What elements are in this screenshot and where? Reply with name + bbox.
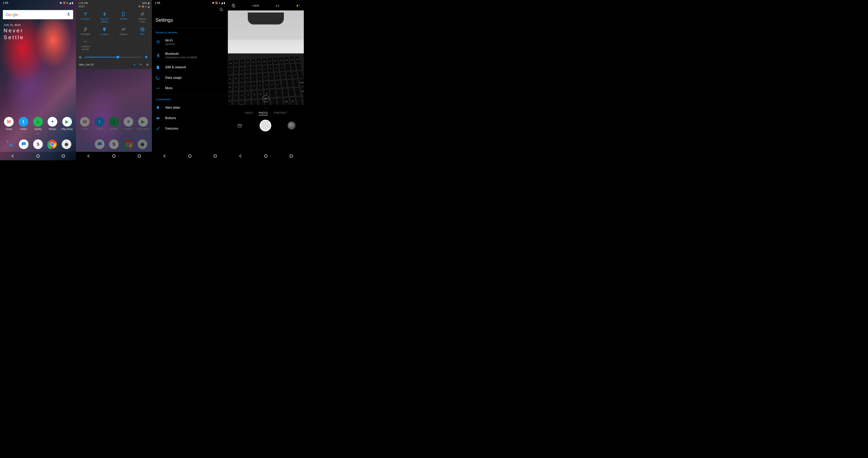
app-label: Spotify — [110, 128, 118, 131]
svg-rect-7 — [62, 155, 64, 157]
nav-home[interactable] — [112, 154, 116, 158]
vf-key: G — [251, 81, 257, 90]
svg-rect-24 — [138, 155, 141, 157]
settings-row-data-usage[interactable]: Data usage — [152, 72, 228, 83]
svg-point-27 — [158, 43, 158, 44]
camera-viewfinder[interactable]: PSF1F2F3F4F5F6F7F8F9F10F11F121234567890-… — [228, 10, 304, 105]
svg-point-41 — [265, 155, 267, 158]
mode-video[interactable]: VIDEO — [245, 111, 253, 115]
qs-tile-flash[interactable]: Flashlight — [76, 27, 95, 36]
svg-line-18 — [122, 28, 125, 31]
nav-back[interactable] — [162, 154, 166, 158]
nav-recent[interactable] — [213, 154, 217, 158]
mode-photo[interactable]: PHOTO — [259, 111, 268, 115]
nav-back[interactable] — [11, 154, 15, 158]
brightness-thumb[interactable] — [117, 56, 119, 59]
settings-row-wi-fi[interactable]: Wi-FiPymTech — [152, 36, 228, 49]
edit-icon[interactable]: ✎ — [140, 63, 142, 66]
camera-options-handle[interactable]: ︿ — [228, 105, 304, 110]
user-icon[interactable]: ● — [134, 63, 135, 66]
nav-recent[interactable] — [137, 154, 141, 158]
vf-key: F4 — [251, 59, 256, 66]
settings-row-buttons[interactable]: BButtons — [152, 113, 228, 123]
auto-brightness-icon[interactable]: ⬢A — [145, 55, 149, 59]
qs-footer: Mon, Jun 25 ● ✎ ⚙ — [76, 61, 152, 67]
qs-tile-location[interactable]: Location — [95, 27, 114, 36]
nav-recent[interactable] — [61, 154, 65, 158]
qs-tile-bt[interactable]: Gear S3(88D8) — [95, 12, 114, 23]
app-Twitter[interactable]: tTwitter — [17, 117, 30, 131]
app-messages[interactable] — [93, 139, 106, 149]
app-Gmail[interactable]: MGmail — [79, 117, 91, 131]
aspect-ratio-toggle[interactable]: 4:3 — [276, 4, 279, 7]
app-drawer-handle[interactable]: ︿ — [37, 132, 39, 135]
qs-tile-wifi[interactable]: PymTech — [76, 12, 95, 23]
section-customization: Customization — [152, 96, 228, 102]
qs-tile-nfc[interactable]: NFC — [133, 27, 152, 36]
vf-key: , — [270, 89, 276, 98]
nav-recent[interactable] — [289, 154, 293, 158]
app-Photos[interactable]: ✦Photos — [122, 117, 135, 131]
tile-label: Location — [100, 33, 109, 36]
app-Gmail[interactable]: MGmail — [3, 117, 15, 131]
switch-camera-button[interactable] — [236, 122, 243, 129]
qs-tile-hotspot[interactable]: Hotspot — [114, 27, 133, 36]
nav-home[interactable] — [264, 154, 268, 158]
vf-key: I — [269, 72, 275, 80]
app-slack[interactable]: S — [108, 139, 120, 149]
flash-toggle[interactable]: ⚡A — [296, 4, 300, 7]
qs-tile-dots[interactable]: LastPassAutofill — [76, 39, 95, 51]
bg-drawer-handle: ︿ — [113, 132, 115, 135]
settings-row-alert-slider[interactable]: Alert slider — [152, 102, 228, 113]
shutter-button[interactable] — [259, 120, 271, 131]
voice-search-icon[interactable] — [67, 12, 70, 17]
app-Play Store[interactable]: ▶Play Store — [137, 117, 149, 131]
qs-tile-portrait[interactable]: Portrait — [114, 12, 133, 23]
app-messages[interactable] — [18, 139, 30, 149]
row-title: Bluetooth — [165, 52, 197, 56]
vf-key: F1 — [234, 60, 239, 67]
app-camera[interactable]: ◉ — [60, 139, 73, 149]
svg-point-29 — [156, 88, 157, 89]
zoom-indicator[interactable]: 1× — [262, 95, 269, 102]
vf-key — [271, 98, 277, 105]
nav-back[interactable] — [87, 154, 91, 158]
nav-back[interactable] — [239, 154, 243, 158]
app-slack[interactable]: S — [32, 139, 44, 149]
home-screen: 1:55 ✱ 🔕 ▾ ◢ ▮ Google JUN 25, MON Never … — [0, 0, 76, 160]
vf-key: 0 — [279, 64, 285, 71]
app-phone[interactable] — [79, 139, 92, 149]
nav-home[interactable] — [188, 154, 192, 158]
qs-battery: 56% ▮ — [142, 2, 150, 5]
settings-row-more[interactable]: More — [152, 83, 228, 93]
app-Spotify[interactable]: ♪Spotify — [108, 117, 120, 131]
qs-time: 1:55 PM — [79, 2, 88, 5]
settings-search-icon[interactable] — [219, 8, 223, 12]
app-Photos[interactable]: ✦Photos — [46, 117, 59, 131]
google-search-bar[interactable]: Google — [3, 10, 73, 19]
app-chrome[interactable] — [122, 139, 134, 149]
settings-row-gestures[interactable]: Gestures — [152, 123, 228, 134]
app-Play Store[interactable]: ▶Play Store — [61, 117, 73, 131]
app-Twitter[interactable]: tTwitter — [93, 117, 106, 131]
qs-tile-airplane[interactable]: Airplanemode — [133, 12, 152, 23]
timer-icon[interactable] — [231, 4, 236, 8]
settings-gear-icon[interactable]: ⚙ — [146, 63, 149, 66]
hdr-toggle[interactable]: ●HDR — [252, 4, 259, 7]
app-phone[interactable] — [3, 139, 16, 149]
brightness-slider[interactable] — [84, 57, 143, 58]
gallery-thumbnail[interactable] — [287, 122, 296, 130]
vf-key: F7 — [267, 58, 273, 65]
nav-home[interactable] — [36, 154, 40, 158]
brightness-fill — [84, 57, 118, 58]
app-camera[interactable]: ◉ — [136, 139, 149, 149]
row-title: More — [165, 86, 173, 90]
app-chrome[interactable] — [46, 139, 59, 149]
camera-screen: ●HDR 4:3 ⚡A PSF1F2F3F4F5F6F7F8F9F10F11F1… — [228, 0, 304, 160]
settings-row-bluetooth[interactable]: BluetoothConnected to Gear S3 (88D8) — [152, 49, 228, 62]
settings-row-sim-network[interactable]: SIM & network — [152, 62, 228, 72]
vf-key — [277, 97, 283, 105]
app-Spotify[interactable]: ♪Spotify — [32, 117, 44, 131]
mode-portrait[interactable]: PORTRAIT — [274, 111, 287, 115]
vf-key: H — [257, 81, 263, 89]
